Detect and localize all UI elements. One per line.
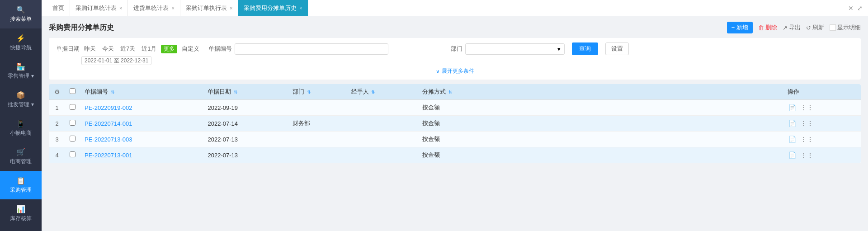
row-actions-3: 📄 ⋮⋮: [783, 147, 861, 163]
doc-no-input[interactable]: [235, 43, 388, 55]
col-action: 操作: [783, 84, 861, 100]
date-opt-7days[interactable]: 近7天: [118, 44, 137, 53]
doc-no-link-2[interactable]: PE-20220713-003: [85, 136, 132, 143]
row-more-icon-1[interactable]: ⋮⋮: [800, 119, 814, 128]
tab-label-purchase-cost-history: 采购费用分摊单历史: [244, 0, 297, 16]
doc-no-link-0[interactable]: PE-20220919-002: [85, 104, 132, 111]
row-dept-2: [288, 132, 346, 147]
date-label: 单据日期: [56, 45, 80, 53]
sidebar-item-ecommerce[interactable]: 🛒电商管理: [0, 142, 42, 171]
sort-handler-icon[interactable]: ⇅: [371, 90, 375, 94]
sidebar-label-inventory: 库存核算: [10, 215, 32, 222]
row-num-0: 1: [49, 100, 65, 116]
row-doc-no-0: PE-20220919-002: [80, 100, 203, 116]
tab-purchase-order-stat[interactable]: 采购订单统计表×: [70, 0, 128, 16]
row-more-icon-3[interactable]: ⋮⋮: [800, 151, 814, 160]
row-doc-date-3: 2022-07-13: [203, 147, 288, 163]
doc-no-link-1[interactable]: PE-20220714-001: [85, 120, 132, 127]
row-split-method-1: 按金额: [418, 116, 783, 132]
show-columns-toggle[interactable]: 显示明细: [830, 24, 861, 32]
row-num-1: 2: [49, 116, 65, 132]
expand-more-conditions[interactable]: ∨ 展开更多条件: [56, 67, 854, 75]
row-num-3: 4: [49, 147, 65, 163]
sidebar-icon-purchase: 📋: [0, 176, 42, 185]
add-button[interactable]: + 新增: [727, 22, 753, 33]
dept-filter: 部门 ▾: [451, 43, 565, 55]
tab-inbound-stat[interactable]: 进货单统计表×: [128, 0, 180, 16]
table-row: 3 PE-20220713-003 2022-07-13 按金额 📄 ⋮⋮: [49, 132, 861, 147]
row-more-icon-2[interactable]: ⋮⋮: [800, 135, 814, 144]
sort-dept-icon[interactable]: ⇅: [307, 90, 311, 94]
maximize-icon[interactable]: ⤢: [857, 5, 863, 12]
row-dept-3: [288, 147, 346, 163]
delete-button[interactable]: 🗑 删除: [758, 24, 777, 32]
col-split-method-label: 分摊方式: [422, 88, 446, 95]
row-handler-1: [347, 116, 418, 132]
sidebar-item-mini[interactable]: 📱小畅电商: [0, 114, 42, 142]
col-settings: ⚙: [49, 84, 65, 100]
sort-split-method-icon[interactable]: ⇅: [448, 90, 452, 94]
row-checkbox-0: [65, 100, 80, 116]
tab-label-purchase-order-exec: 采购订单执行表: [186, 0, 227, 16]
row-select-0[interactable]: [70, 104, 75, 110]
row-action-icons-2: 📄 ⋮⋮: [788, 135, 856, 144]
row-edit-icon-2[interactable]: 📄: [788, 135, 797, 144]
col-handler-label: 经手人: [351, 88, 369, 95]
tab-close-purchase-order-exec[interactable]: ×: [230, 0, 232, 16]
refresh-button[interactable]: ↺ 刷新: [806, 24, 824, 32]
export-icon: ↗: [783, 24, 788, 31]
row-select-1[interactable]: [70, 120, 75, 126]
row-doc-date-1: 2022-07-14: [203, 116, 288, 132]
doc-no-label: 单据编号: [208, 45, 232, 53]
tab-close-inbound-stat[interactable]: ×: [171, 0, 174, 16]
row-doc-no-3: PE-20220713-001: [80, 147, 203, 163]
sidebar-item-shortcuts[interactable]: ⚡快捷导航: [0, 28, 42, 57]
sidebar-item-purchase[interactable]: 📋采购管理: [0, 171, 42, 199]
tab-purchase-cost-history[interactable]: 采购费用分摊单历史×: [238, 0, 308, 16]
export-button[interactable]: ↗ 导出: [783, 24, 801, 32]
filter-settings-button[interactable]: 设置: [605, 42, 629, 55]
sidebar-item-wholesale[interactable]: 📦批发管理 ▾: [0, 85, 42, 114]
tab-close-purchase-cost-history[interactable]: ×: [299, 0, 302, 16]
row-edit-icon-0[interactable]: 📄: [788, 103, 797, 112]
gear-icon[interactable]: ⚙: [54, 88, 60, 95]
sidebar-item-retail[interactable]: 🏪零售管理 ▾: [0, 57, 42, 85]
sidebar-label-mini: 小畅电商: [10, 130, 32, 136]
page-content: 采购费用分摊单历史 + 新增 🗑 删除 ↗ 导出 ↺ 刷新 显示明细: [42, 16, 868, 231]
date-opt-1month[interactable]: 近1月: [140, 44, 158, 53]
date-range-value[interactable]: 2022-01-01 至 2022-12-31: [81, 56, 151, 65]
row-dept-0: [288, 100, 346, 116]
sidebar-item-inventory[interactable]: 📊库存核算: [0, 199, 42, 228]
row-edit-icon-3[interactable]: 📄: [788, 151, 797, 160]
row-select-2[interactable]: [70, 136, 75, 141]
select-all-checkbox[interactable]: [70, 88, 75, 94]
row-action-icons-0: 📄 ⋮⋮: [788, 103, 856, 112]
row-actions-0: 📄 ⋮⋮: [783, 100, 861, 116]
row-edit-icon-1[interactable]: 📄: [788, 119, 797, 128]
sidebar-icon-shortcuts: ⚡: [0, 34, 42, 42]
sidebar-item-search[interactable]: 🔍搜索菜单: [0, 0, 42, 28]
close-window-icon[interactable]: ✕: [848, 5, 854, 12]
tab-purchase-order-exec[interactable]: 采购订单执行表×: [180, 0, 238, 16]
date-opt-custom[interactable]: 自定义: [180, 44, 201, 53]
tab-close-purchase-order-stat[interactable]: ×: [119, 0, 122, 16]
doc-no-link-3[interactable]: PE-20220713-001: [85, 152, 132, 159]
date-opt-more[interactable]: 更多: [161, 45, 177, 53]
sidebar-item-finance[interactable]: 💰资金管理: [0, 228, 42, 231]
date-opt-yesterday[interactable]: 昨天: [82, 44, 98, 53]
row-select-3[interactable]: [70, 151, 75, 157]
row-split-method-0: 按金额: [418, 100, 783, 116]
row-action-icons-3: 📄 ⋮⋮: [788, 151, 856, 160]
row-more-icon-0[interactable]: ⋮⋮: [800, 103, 814, 112]
query-button[interactable]: 查询: [572, 42, 598, 55]
col-doc-no-label: 单据编号: [85, 88, 108, 95]
table-row: 1 PE-20220919-002 2022-09-19 按金额 📄 ⋮⋮: [49, 100, 861, 116]
sort-doc-date-icon[interactable]: ⇅: [234, 90, 237, 94]
dept-select[interactable]: ▾: [465, 43, 565, 55]
sidebar-icon-retail: 🏪: [0, 62, 42, 71]
date-opt-today[interactable]: 今天: [100, 44, 116, 53]
tab-home[interactable]: 首页: [47, 0, 70, 16]
tab-label-inbound-stat: 进货单统计表: [133, 0, 169, 16]
row-doc-no-2: PE-20220713-003: [80, 132, 203, 147]
sort-doc-no-icon[interactable]: ⇅: [111, 90, 114, 94]
